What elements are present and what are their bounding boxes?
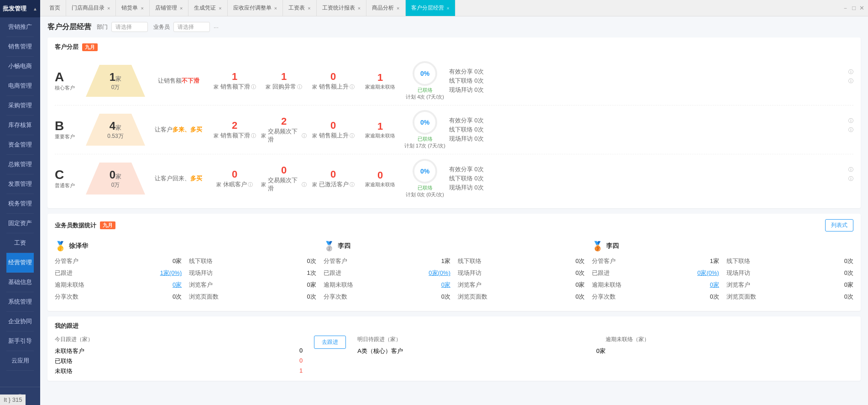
- tab-close-应收应付调整单[interactable]: ×: [274, 5, 277, 11]
- sidebar-item-总账管理[interactable]: 总账管理: [6, 155, 34, 174]
- tab-close-客户分层经营[interactable]: ×: [447, 5, 450, 11]
- sidebar: 批发管理 ▲ 营销推广销售管理小畅电商电商管理采购管理库存核算资金管理总账管理发…: [0, 0, 40, 405]
- tab-首页[interactable]: 首页: [44, 0, 66, 16]
- sidebar-item-资金管理[interactable]: 资金管理: [6, 135, 34, 155]
- tab-close-商品分析[interactable]: ×: [397, 5, 399, 11]
- tier-b-action: 让客户多来、多买: [149, 126, 208, 134]
- go-followup-button[interactable]: 去跟进: [314, 336, 346, 349]
- tab-应收应付调整单[interactable]: 应收应付调整单×: [228, 0, 283, 16]
- staff-3-medal: 🥉: [592, 241, 603, 252]
- staff-card-2: 🥈 李四 分管客户 1家 线下联络 0次 已跟进: [324, 237, 585, 305]
- sidebar-item-销售管理[interactable]: 销售管理: [6, 37, 34, 57]
- sidebar-title: 批发管理: [3, 5, 26, 13]
- tab-商品分析[interactable]: 商品分析×: [366, 0, 405, 16]
- staff-title: 业务员数据统计 九月: [55, 221, 115, 230]
- tier-b-progress: 0% 已联络 计划 17次 (7天/次): [404, 110, 445, 149]
- tier-c-stat2: 0 家交易频次下滑ⓘ: [261, 164, 307, 193]
- tab-bar: 首页门店商品目录×销货单×店铺管理×生成凭证×应收应付调整单×工资表×工资统计报…: [40, 0, 868, 16]
- sidebar-item-小畅电商[interactable]: 小畅电商: [6, 57, 34, 76]
- sidebar-item-采购管理[interactable]: 采购管理: [6, 96, 34, 116]
- followup-btn-area: 去跟进: [303, 336, 357, 349]
- sidebar-item-经营管理[interactable]: 经营管理: [6, 253, 34, 273]
- staff-select[interactable]: 请选择: [173, 22, 210, 32]
- tab-close-生成凭证[interactable]: ×: [219, 5, 221, 11]
- staff-filter: 业务员 请选择 ···: [153, 22, 219, 32]
- tier-c-right-stats: 有效分享 0次ⓘ 线下联络 0次ⓘ 现场拜访 0次: [449, 165, 853, 192]
- tier-a-progress: 0% 已联络 计划 4次 (7天/次): [404, 61, 445, 100]
- followup-section: 我的跟进 今日跟进（家） 未联络客户0 已联络0 未联络1: [47, 316, 861, 381]
- sidebar-item-云应用[interactable]: 云应用: [6, 351, 34, 371]
- tier-row-c: C 普通客户 0家 0万 让客户回来、多买 0 家: [55, 154, 853, 203]
- sidebar-item-电商管理[interactable]: 电商管理: [6, 76, 34, 96]
- tier-b-stat3: 0 家销售额上升ⓘ: [310, 120, 356, 140]
- tab-工资表[interactable]: 工资表×: [283, 0, 316, 16]
- today-title: 今日跟进（家）: [55, 336, 303, 343]
- tier-a-stat1: 1 家销售额下滑ⓘ: [212, 71, 257, 91]
- main-area: 首页门店商品目录×销货单×店铺管理×生成凭证×应收应付调整单×工资表×工资统计报…: [40, 0, 868, 405]
- tier-b-right-stats: 有效分享 0次ⓘ 线下联络 0次ⓘ 现场拜访 0次: [449, 116, 853, 143]
- main-content: 客户分层经营 部门 请选择 业务员 请选择 ··· 客户分层 九月: [40, 16, 868, 405]
- sidebar-item-工资[interactable]: 工资: [6, 233, 34, 253]
- customer-tier-section: 客户分层 九月 A 核心客户 1家 0万: [47, 37, 861, 208]
- dept-label: 部门: [97, 23, 108, 31]
- staff-1-name: 徐泽华: [69, 242, 88, 250]
- sidebar-item-新手引导[interactable]: 新手引导: [6, 331, 34, 351]
- sidebar-item-发票管理[interactable]: 发票管理: [6, 174, 34, 194]
- tier-c-stat3: 0 家已激活客户ⓘ: [310, 168, 356, 189]
- sidebar-item-系统管理[interactable]: 系统管理: [6, 292, 34, 312]
- tab-close-工资统计报表[interactable]: ×: [358, 5, 361, 11]
- window-minimize-icon[interactable]: －: [842, 4, 848, 12]
- customer-section-title: 客户分层 九月: [55, 43, 853, 51]
- tier-c-count: 0家 0万: [86, 163, 145, 195]
- sidebar-item-税务管理[interactable]: 税务管理: [6, 194, 34, 214]
- tab-close-店铺管理[interactable]: ×: [180, 5, 183, 11]
- tab-生成凭证[interactable]: 生成凭证×: [188, 0, 227, 16]
- dept-select[interactable]: 请选择: [111, 22, 148, 32]
- staff-1-stat-share: 分享次数 0次: [55, 292, 182, 302]
- staff-2-name: 李四: [338, 242, 350, 250]
- tier-row-a: A 核心客户 1家 0万 让销售额不下滑 1 家销: [55, 57, 853, 105]
- staff-grid: 🥇 徐泽华 分管客户 0家 线下联络 0次 已跟进: [55, 237, 853, 305]
- tab-销货单[interactable]: 销货单×: [116, 0, 149, 16]
- sidebar-item-营销推广[interactable]: 营销推广: [6, 17, 34, 37]
- sidebar-collapse-icon: ▲: [33, 6, 37, 11]
- tier-b-stat1: 2 家销售额下滑ⓘ: [212, 120, 257, 140]
- more-filter-icon[interactable]: ···: [214, 24, 219, 31]
- staff-month-badge: 九月: [100, 221, 115, 229]
- window-maximize-icon[interactable]: □: [852, 5, 856, 11]
- tier-a-count: 1家 0万: [86, 65, 145, 97]
- tab-店铺管理[interactable]: 店铺管理×: [150, 0, 188, 16]
- dept-filter: 部门 请选择: [97, 22, 148, 32]
- tier-a-right-stats: 有效分享 0次ⓘ 线下联络 0次ⓘ 现场拜访 0次: [449, 68, 853, 94]
- list-view-button[interactable]: 列表式: [825, 219, 853, 231]
- tab-close-门店商品目录[interactable]: ×: [107, 5, 110, 11]
- tab-actions: － □ ✕: [839, 4, 864, 12]
- staff-stats-section: 业务员数据统计 九月 列表式 🥇 徐泽华 分管客户 0家: [47, 214, 861, 311]
- tier-a-stat2: 1 家回购异常ⓘ: [261, 71, 307, 91]
- sidebar-header[interactable]: 批发管理 ▲: [0, 0, 40, 17]
- staff-card-3: 🥉 李四 分管客户 1家 线下联络 0次 已跟进: [592, 237, 853, 305]
- today-followup: 今日跟进（家） 未联络客户0 已联络0 未联络1: [55, 336, 303, 375]
- followup-grid: 今日跟进（家） 未联络客户0 已联络0 未联络1 去跟进: [55, 336, 853, 375]
- tab-工资统计报表[interactable]: 工资统计报表×: [317, 0, 366, 16]
- staff-1-medal: 🥇: [55, 241, 66, 252]
- staff-3-name: 李四: [606, 242, 619, 250]
- tab-门店商品目录[interactable]: 门店商品目录×: [66, 0, 116, 16]
- sidebar-item-企业协同[interactable]: 企业协同: [6, 312, 34, 331]
- tier-label-c: C 普通客户: [55, 168, 82, 189]
- tab-close-工资表[interactable]: ×: [308, 5, 310, 11]
- tier-label-a: A 核心客户: [55, 71, 82, 91]
- staff-1-stat-overdue: 逾期未联络 0家: [55, 280, 182, 290]
- staff-1-stat-visit: 现场拜访 1次: [189, 268, 316, 278]
- staff-section-header: 业务员数据统计 九月 列表式: [55, 219, 853, 231]
- tab-close-销货单[interactable]: ×: [141, 5, 143, 11]
- sidebar-item-固定资产[interactable]: 固定资产: [6, 214, 34, 233]
- window-close-icon[interactable]: ✕: [859, 5, 864, 11]
- tier-a-stat3: 0 家销售额上升ⓘ: [310, 71, 356, 91]
- sidebar-item-基础信息[interactable]: 基础信息: [6, 273, 34, 292]
- page-title: 客户分层经营: [47, 22, 91, 32]
- tier-b-count: 4家 0.53万: [86, 114, 145, 146]
- staff-1-stat-browse: 浏览客户 0家: [189, 280, 316, 290]
- tab-客户分层经营[interactable]: 客户分层经营×: [406, 0, 455, 16]
- sidebar-item-库存核算[interactable]: 库存核算: [6, 116, 34, 135]
